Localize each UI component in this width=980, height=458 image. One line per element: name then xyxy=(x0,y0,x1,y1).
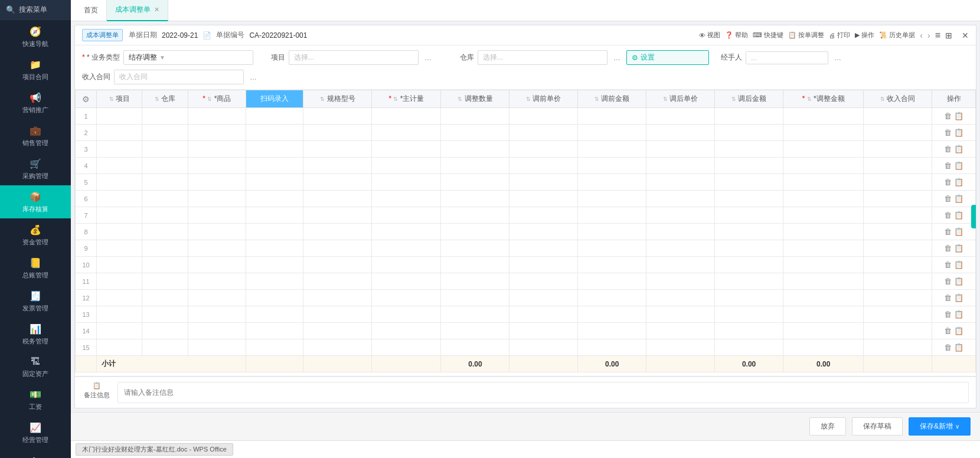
view-toggle1[interactable]: ≡ xyxy=(935,30,940,41)
nav-prev[interactable]: ‹ xyxy=(920,31,923,40)
warehouse-ellipsis[interactable]: … xyxy=(611,53,623,63)
action-shortcut[interactable]: ⌨ 快捷键 xyxy=(753,31,783,40)
action-history[interactable]: 📜 历史单据 xyxy=(879,31,915,40)
doc-area: 成本调整单 单据日期 2022-09-21 📄 单据编号 CA-20220921… xyxy=(74,25,976,408)
sidebar-search[interactable]: 🔍 搜索菜单 xyxy=(0,0,71,20)
table-row: 13 🗑 📋 xyxy=(76,306,976,323)
row-copy-3[interactable]: 📋 xyxy=(954,145,963,153)
tab-home[interactable]: 首页 xyxy=(76,0,107,21)
sidebar-label-payroll: 工资 xyxy=(29,403,42,411)
row-delete-1[interactable]: 🗑 xyxy=(944,112,952,120)
row-copy-6[interactable]: 📋 xyxy=(954,194,963,203)
action-operations[interactable]: ▶ 操作 xyxy=(855,31,874,40)
row-copy-2[interactable]: 📋 xyxy=(954,128,963,137)
row-delete-15[interactable]: 🗑 xyxy=(944,343,952,352)
sales-promo-icon: 📢 xyxy=(30,92,41,103)
row-copy-14[interactable]: 📋 xyxy=(954,326,963,335)
income-ellipsis[interactable]: … xyxy=(247,72,259,83)
row-copy-7[interactable]: 📋 xyxy=(954,211,963,220)
warehouse-input[interactable]: 选择... xyxy=(478,50,607,65)
sidebar-item-invoice-mgmt[interactable]: 🧾发票管理 xyxy=(0,284,71,318)
row-num-4: 4 xyxy=(76,158,97,174)
view-toggle2[interactable]: ⊞ xyxy=(945,31,952,40)
data-table-wrapper: ⚙ ⇅ 项目 ⇅ 仓库 ⇅ *商品 扫码录入 ⇅ 规格型号 ⇅ *主计量 ⇅ 调… xyxy=(75,90,976,377)
doc-meta: 单据日期 2022-09-21 📄 单据编号 CA-20220921-001 xyxy=(129,30,307,40)
project-ellipsis[interactable]: … xyxy=(422,53,434,63)
row-delete-14[interactable]: 🗑 xyxy=(944,326,952,335)
col-spec: ⇅ 规格型号 xyxy=(303,90,372,108)
income-contract-input[interactable]: 收入合同 xyxy=(114,70,244,84)
sidebar-label-inventory-calc: 库存核算 xyxy=(22,205,48,214)
action-help[interactable]: ❓ 帮助 xyxy=(725,31,748,40)
row-num-8: 8 xyxy=(76,224,97,240)
sidebar-item-payroll[interactable]: 💵工资 xyxy=(0,383,71,416)
notes-icon: 📋 xyxy=(93,382,101,390)
row-copy-9[interactable]: 📋 xyxy=(954,244,963,253)
doc-close[interactable]: ✕ xyxy=(962,31,969,40)
row-delete-6[interactable]: 🗑 xyxy=(944,194,952,203)
row-delete-2[interactable]: 🗑 xyxy=(944,128,952,137)
notes-input[interactable] xyxy=(117,382,969,403)
col-warehouse: ⇅ 仓库 xyxy=(142,90,188,108)
row-delete-5[interactable]: 🗑 xyxy=(944,178,952,187)
col-settings[interactable]: ⚙ xyxy=(76,90,97,108)
subtotal-label: 小计 xyxy=(97,356,246,372)
action-view[interactable]: 👁 视图 xyxy=(699,31,720,40)
sidebar-item-basic-info[interactable]: 🗂基础信息 xyxy=(0,449,71,458)
row-copy-4[interactable]: 📋 xyxy=(954,161,963,170)
discard-button[interactable]: 放弃 xyxy=(809,417,846,436)
tab-close-cost-adjust[interactable]: ✕ xyxy=(154,6,159,14)
row-copy-13[interactable]: 📋 xyxy=(954,310,963,319)
row-copy-10[interactable]: 📋 xyxy=(954,260,963,269)
project-input[interactable]: 选择... xyxy=(289,50,419,65)
sidebar-item-project-contract[interactable]: 📁项目合同 xyxy=(0,53,71,86)
handler-ellipsis[interactable]: … xyxy=(832,53,844,63)
save-draft-button[interactable]: 保存草稿 xyxy=(852,417,903,436)
sidebar-item-fixed-assets[interactable]: 🏗固定资产 xyxy=(0,351,71,383)
sidebar-item-sales-mgmt[interactable]: 💼销售管理 xyxy=(0,119,71,152)
sidebar-item-ledger-mgmt[interactable]: 📒总账管理 xyxy=(0,251,71,284)
nav-next[interactable]: › xyxy=(927,31,930,40)
taskbar-item[interactable]: 木门行业好业财处理方案-墓红红.doc - WPS Office xyxy=(76,443,233,456)
action-print[interactable]: 🖨 打印 xyxy=(829,31,850,40)
save-new-button[interactable]: 保存&新增 ∨ xyxy=(909,417,971,436)
sidebar-item-quick-nav[interactable]: 🧭快速导航 xyxy=(0,20,71,53)
num-label: 单据编号 xyxy=(216,30,244,40)
row-num-9: 9 xyxy=(76,240,97,257)
col-after-price: ⇅ 调后单价 xyxy=(646,90,715,108)
row-delete-3[interactable]: 🗑 xyxy=(944,145,952,153)
table-row: 6 🗑 📋 xyxy=(76,191,976,207)
form-row-project: 项目 选择... … xyxy=(271,50,448,65)
sidebar-item-biz-mgmt[interactable]: 📈经营管理 xyxy=(0,416,71,449)
form-row-warehouse: 仓库 选择... … ⚙ 设置 xyxy=(460,50,709,65)
row-delete-8[interactable]: 🗑 xyxy=(944,227,952,236)
num-value: CA-20220921-001 xyxy=(249,31,307,40)
sidebar-item-sales-promo[interactable]: 📢营销推广 xyxy=(0,86,71,119)
sidebar-label-tax-mgmt: 税务管理 xyxy=(22,337,48,346)
row-copy-15[interactable]: 📋 xyxy=(954,343,963,352)
row-copy-5[interactable]: 📋 xyxy=(954,178,963,187)
settings-btn[interactable]: ⚙ 设置 xyxy=(626,50,709,65)
row-copy-1[interactable]: 📋 xyxy=(954,112,963,120)
row-copy-11[interactable]: 📋 xyxy=(954,277,963,286)
row-delete-13[interactable]: 🗑 xyxy=(944,310,952,319)
row-delete-10[interactable]: 🗑 xyxy=(944,260,952,269)
col-scan[interactable]: 扫码录入 xyxy=(246,90,303,108)
row-delete-7[interactable]: 🗑 xyxy=(944,211,952,220)
row-delete-12[interactable]: 🗑 xyxy=(944,293,952,302)
biz-type-input[interactable]: 结存调整 ▼ xyxy=(123,50,253,65)
row-copy-8[interactable]: 📋 xyxy=(954,227,963,236)
row-delete-9[interactable]: 🗑 xyxy=(944,244,952,253)
row-delete-11[interactable]: 🗑 xyxy=(944,277,952,286)
row-copy-12[interactable]: 📋 xyxy=(954,293,963,302)
sidebar-item-fund-mgmt[interactable]: 💰资金管理 xyxy=(0,218,71,251)
payroll-icon: 💵 xyxy=(30,389,41,400)
tab-cost-adjust[interactable]: 成本调整单✕ xyxy=(107,0,168,21)
row-delete-4[interactable]: 🗑 xyxy=(944,161,952,170)
sidebar-item-inventory-calc[interactable]: 📦库存核算 xyxy=(0,185,71,218)
sidebar-item-tax-mgmt[interactable]: 📊税务管理 xyxy=(0,318,71,351)
handler-input[interactable]: ... xyxy=(746,51,828,64)
table-row: 2 🗑 📋 xyxy=(76,125,976,141)
sidebar-item-purchase-mgmt[interactable]: 🛒采购管理 xyxy=(0,152,71,185)
action-audit[interactable]: 📋 按单调整 xyxy=(788,31,824,40)
